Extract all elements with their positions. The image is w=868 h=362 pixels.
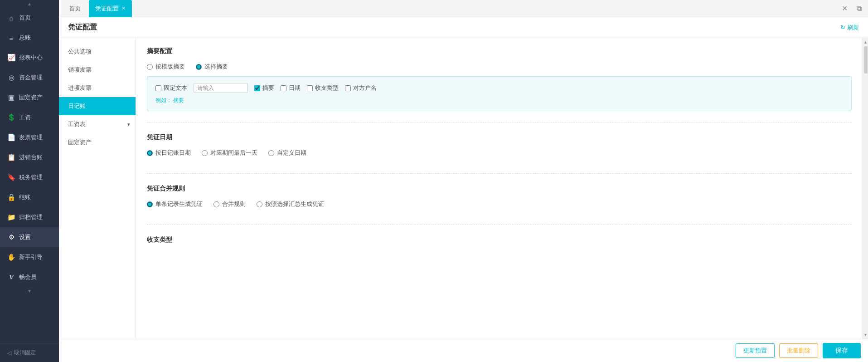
summary-label: 摘要 bbox=[262, 84, 274, 92]
sidebar-item-label: 总账 bbox=[19, 34, 31, 42]
sidebar-scroll-up[interactable]: ▲ bbox=[0, 0, 59, 8]
pin-icon: ◁ bbox=[7, 350, 11, 356]
tab-bar-actions: ✕ ⧉ bbox=[839, 3, 864, 14]
by-journal-date-option[interactable]: 按日记账日期 bbox=[147, 149, 191, 157]
sidebar-item-tax[interactable]: 🔖 税务管理 bbox=[0, 167, 59, 187]
income-type-label: 收支类型 bbox=[315, 84, 339, 92]
refresh-button[interactable]: ↻ 刷新 bbox=[840, 24, 859, 32]
sidebar-item-report[interactable]: 📈 报表中心 bbox=[0, 48, 59, 68]
income-type-checkbox[interactable] bbox=[307, 85, 313, 91]
summary-checkbox-option[interactable]: 摘要 bbox=[254, 84, 274, 92]
sidebar-item-settings[interactable]: ⚙ 设置 bbox=[0, 227, 59, 247]
left-nav: 公共选项 销项发票 进项发票 日记账 工资表 ▾ 固定资产 bbox=[59, 38, 136, 339]
preview-text: 例如： 摘要 bbox=[155, 97, 843, 104]
fixed-text-input[interactable] bbox=[194, 83, 248, 93]
save-button[interactable]: 保存 bbox=[823, 343, 861, 358]
sidebar-bottom-label: 取消固定 bbox=[14, 349, 36, 357]
update-preview-button[interactable]: 更新预置 bbox=[736, 343, 775, 358]
single-record-radio[interactable] bbox=[147, 201, 153, 207]
body-layout: 公共选项 销项发票 进项发票 日记账 工资表 ▾ 固定资产 bbox=[59, 38, 868, 339]
left-nav-label: 进项发票 bbox=[68, 84, 92, 91]
sidebar-item-funds[interactable]: ◎ 资金管理 bbox=[0, 68, 59, 88]
sidebar: ▲ ⌂ 首页 ≡ 总账 📈 报表中心 ◎ 资金管理 ▣ 固定资产 💲 工资 📄 … bbox=[0, 0, 59, 362]
sidebar-unpin-button[interactable]: ◁ 取消固定 bbox=[0, 343, 59, 362]
left-nav-item-assets[interactable]: 固定资产 bbox=[59, 133, 136, 152]
single-record-option[interactable]: 单条记录生成凭证 bbox=[147, 200, 203, 208]
select-summary-option[interactable]: 选择摘要 bbox=[196, 63, 228, 71]
counterpart-label: 对方户名 bbox=[353, 84, 377, 92]
select-summary-radio[interactable] bbox=[196, 64, 202, 70]
summary-checkbox-row: 固定文本 摘要 日期 bbox=[155, 83, 843, 93]
batch-delete-button[interactable]: 批量删除 bbox=[779, 343, 818, 358]
left-nav-label: 公共选项 bbox=[68, 48, 92, 55]
merge-rule-radio[interactable] bbox=[213, 201, 219, 207]
sidebar-item-vip[interactable]: V 畅会员 bbox=[0, 267, 59, 287]
sidebar-item-label: 发票管理 bbox=[19, 133, 43, 142]
sidebar-item-purchase[interactable]: 📋 进销台账 bbox=[0, 147, 59, 167]
batch-generate-radio[interactable] bbox=[257, 201, 262, 207]
left-nav-item-sales[interactable]: 销项发票 bbox=[59, 61, 136, 79]
scroll-thumb[interactable] bbox=[864, 46, 868, 73]
refresh-label: 刷新 bbox=[847, 24, 859, 32]
scroll-up-button[interactable]: ▲ bbox=[863, 39, 868, 45]
merge-rule-section: 凭证合并规则 单条记录生成凭证 合并规则 bbox=[147, 185, 852, 225]
home-icon: ⌂ bbox=[7, 14, 15, 22]
batch-generate-option[interactable]: 按照选择汇总生成凭证 bbox=[257, 200, 324, 208]
merge-rule-title: 凭证合并规则 bbox=[147, 185, 852, 193]
sidebar-scroll-down[interactable]: ▼ bbox=[0, 287, 59, 295]
last-day-radio[interactable] bbox=[202, 150, 208, 156]
sidebar-item-archive[interactable]: 📁 归档管理 bbox=[0, 207, 59, 227]
sidebar-item-label: 归档管理 bbox=[19, 213, 43, 221]
sidebar-item-label: 固定资产 bbox=[19, 93, 43, 102]
custom-date-option[interactable]: 自定义日期 bbox=[268, 149, 306, 157]
left-nav-item-journal[interactable]: 日记账 bbox=[59, 97, 136, 115]
merge-rule-radio-group: 单条记录生成凭证 合并规则 按照选择汇总生成凭证 bbox=[147, 200, 852, 208]
summary-checkbox[interactable] bbox=[254, 85, 260, 91]
summary-config-box: 固定文本 摘要 日期 bbox=[147, 76, 852, 111]
sidebar-item-label: 进销台账 bbox=[19, 153, 43, 161]
scroll-down-button[interactable]: ▼ bbox=[863, 332, 868, 338]
tab-bar: 首页 凭证配置 ✕ ✕ ⧉ bbox=[59, 0, 868, 17]
date-checkbox-option[interactable]: 日期 bbox=[281, 84, 301, 92]
counterpart-checkbox[interactable] bbox=[345, 85, 351, 91]
template-summary-option[interactable]: 按模版摘要 bbox=[147, 63, 185, 71]
merge-rule-option[interactable]: 合并规则 bbox=[213, 200, 246, 208]
tab-voucher-config[interactable]: 凭证配置 ✕ bbox=[89, 0, 132, 17]
content-area: 凭证配置 ↻ 刷新 公共选项 销项发票 进项发票 日记账 bbox=[59, 17, 868, 362]
custom-date-radio[interactable] bbox=[268, 150, 274, 156]
income-type-section: 收支类型 bbox=[147, 236, 852, 262]
counterpart-checkbox-option[interactable]: 对方户名 bbox=[345, 84, 377, 92]
bottom-bar: 更新预置 批量删除 保存 bbox=[59, 339, 868, 362]
guide-icon: ✋ bbox=[7, 253, 15, 261]
tab-close-icon[interactable]: ✕ bbox=[121, 5, 126, 11]
window-close-button[interactable]: ✕ bbox=[839, 3, 850, 14]
sidebar-item-payroll[interactable]: 💲 工资 bbox=[0, 108, 59, 127]
left-nav-item-public[interactable]: 公共选项 bbox=[59, 43, 136, 61]
window-restore-button[interactable]: ⧉ bbox=[854, 3, 864, 14]
by-journal-date-radio[interactable] bbox=[147, 150, 153, 156]
left-nav-item-payroll[interactable]: 工资表 ▾ bbox=[59, 115, 136, 133]
fixed-text-checkbox[interactable] bbox=[155, 85, 161, 91]
income-type-section-title: 收支类型 bbox=[147, 236, 852, 244]
fixed-text-checkbox-option[interactable]: 固定文本 bbox=[155, 84, 187, 92]
last-day-option[interactable]: 对应期间最后一天 bbox=[202, 149, 257, 157]
income-type-checkbox-option[interactable]: 收支类型 bbox=[307, 84, 339, 92]
template-summary-radio[interactable] bbox=[147, 64, 153, 70]
left-nav-label: 固定资产 bbox=[68, 139, 92, 146]
sidebar-item-ledger[interactable]: ≡ 总账 bbox=[0, 28, 59, 48]
sidebar-item-home[interactable]: ⌂ 首页 bbox=[0, 8, 59, 28]
left-nav-label: 日记账 bbox=[68, 103, 86, 109]
sidebar-item-invoice[interactable]: 📄 发票管理 bbox=[0, 127, 59, 147]
left-nav-item-purchase[interactable]: 进项发票 bbox=[59, 79, 136, 97]
sidebar-item-close[interactable]: 🔒 结账 bbox=[0, 187, 59, 207]
date-checkbox[interactable] bbox=[281, 85, 286, 91]
template-summary-label: 按模版摘要 bbox=[155, 63, 185, 71]
sidebar-item-assets[interactable]: ▣ 固定资产 bbox=[0, 88, 59, 108]
sidebar-item-guide[interactable]: ✋ 新手引导 bbox=[0, 247, 59, 267]
preview-label: 例如： bbox=[155, 97, 172, 103]
report-icon: 📈 bbox=[7, 54, 15, 62]
scrollbar-track: ▲ ▼ bbox=[863, 38, 868, 339]
left-nav-label: 销项发票 bbox=[68, 66, 92, 73]
sidebar-item-label: 畅会员 bbox=[19, 273, 37, 281]
tab-home[interactable]: 首页 bbox=[63, 0, 87, 17]
